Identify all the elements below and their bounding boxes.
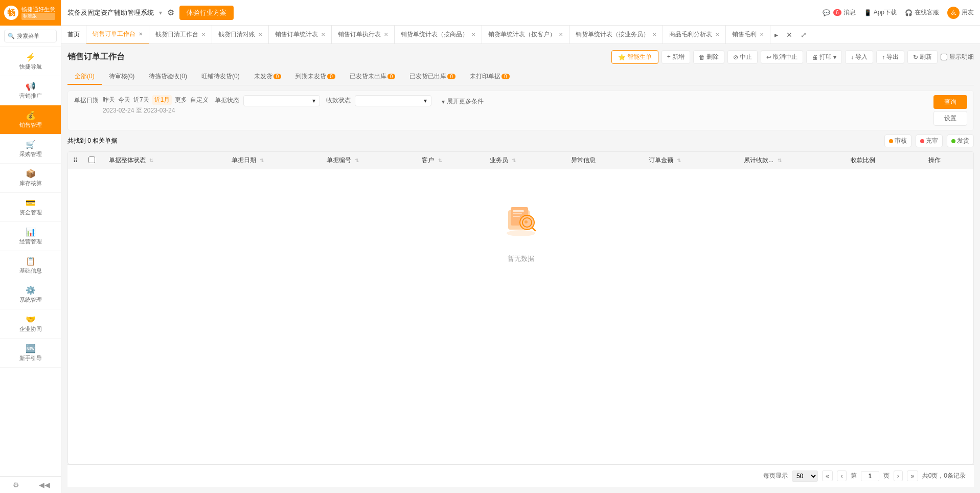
tab-sales-stats[interactable]: 销售订单统计表 ✕ [269, 26, 332, 44]
sidebar-item-inventory[interactable]: 📦 库存核算 [0, 164, 61, 193]
query-btn[interactable]: 查询 [933, 95, 967, 109]
user-menu-btn[interactable]: 友 用友 [947, 7, 974, 19]
tab-cash-daily[interactable]: 钱货日清工作台 ✕ [149, 26, 212, 44]
add-btn[interactable]: + 新增 [662, 50, 690, 64]
th-checkbox[interactable] [83, 152, 104, 169]
export-btn[interactable]: ↑ 导出 [876, 50, 904, 64]
page-input[interactable] [861, 471, 879, 481]
sidebar-item-base-info[interactable]: 📋 基础信息 [0, 251, 61, 280]
filter-tab-pending-check[interactable]: 待拣货验收(0) [142, 69, 194, 85]
filter-tab-all[interactable]: 全部(0) [67, 69, 102, 85]
th-staff[interactable]: 业务员 ⇅ [485, 152, 566, 169]
tab-sales-workbench[interactable]: 销售订单工作台 ✕ [86, 26, 149, 44]
first-page-btn[interactable]: « [822, 470, 833, 481]
tab-close-icon[interactable]: ✕ [321, 32, 325, 37]
sidebar-item-purchase[interactable]: 🛒 采购管理 [0, 135, 61, 164]
sidebar-item-sales[interactable]: 💰 销售管理 [0, 105, 61, 135]
sidebar-item-collab[interactable]: 🤝 企业协同 [0, 309, 61, 339]
filter-tab-wangpu[interactable]: 旺铺待发货(0) [194, 69, 247, 85]
tab-cash-reconcile[interactable]: 钱货日清对账 ✕ [212, 26, 269, 44]
app-download-btn[interactable]: 📱 App下载 [864, 8, 897, 17]
next-page-btn[interactable]: › [894, 470, 903, 481]
sidebar: 畅 畅捷通好生意 标准版 🔍 搜索菜单 ⚡ 快捷导航 📢 营销推广 💰 销售管理… [0, 0, 61, 493]
payment-select[interactable]: ▾ [355, 95, 431, 106]
online-service-btn[interactable]: 🎧 在线客服 [905, 8, 939, 17]
tab-nav-more-btn[interactable]: ▸ [770, 26, 782, 44]
sidebar-item-system[interactable]: ⚙️ 系统管理 [0, 280, 61, 309]
cancel-stop-btn[interactable]: ↩ 取消中止 [761, 50, 803, 64]
tab-sales-summary-customer[interactable]: 销货单统计表（按客户） ✕ [482, 26, 569, 44]
tab-sales-gross[interactable]: 销售毛利 ✕ [726, 26, 770, 44]
stop-btn[interactable]: ⊘ 中止 [727, 50, 758, 64]
settings-btn[interactable]: 设置 [933, 111, 967, 126]
tab-close-icon[interactable]: ✕ [258, 32, 262, 37]
cancel-icon: ↩ [766, 54, 771, 61]
sort-icon: ⇅ [149, 158, 153, 163]
per-page-select[interactable]: 10 20 50 100 [792, 470, 818, 482]
date-quick-custom[interactable]: 自定义 [190, 96, 209, 104]
select-all-checkbox[interactable] [88, 156, 95, 163]
refresh-btn[interactable]: ↻ 刷新 [907, 50, 938, 64]
last-page-btn[interactable]: » [907, 470, 918, 481]
status-select[interactable]: ▾ [243, 95, 320, 106]
tab-close-icon[interactable]: ✕ [652, 32, 656, 37]
tab-close-icon[interactable]: ✕ [559, 32, 563, 37]
header-gear-icon[interactable]: ⚙ [167, 8, 174, 17]
expand-filter-btn[interactable]: ▾ 展开更多条件 [438, 95, 488, 108]
tab-label: 销货单统计表（按业务员） [576, 30, 649, 39]
sidebar-item-quick-nav[interactable]: ⚡ 快捷导航 [0, 47, 61, 76]
date-quick-1month[interactable]: 近1月 [152, 95, 172, 105]
filter-tab-shipped-not-out[interactable]: 已发货未出库0 [343, 69, 403, 85]
tab-close-all-btn[interactable]: ✕ [782, 26, 796, 44]
review-action-btn[interactable]: 审核 [884, 135, 911, 147]
tab-sales-exec[interactable]: 销售订单执行表 ✕ [332, 26, 395, 44]
import-btn[interactable]: ↓ 导入 [845, 50, 873, 64]
sidebar-item-operations[interactable]: 📊 经营管理 [0, 222, 61, 251]
th-number[interactable]: 单据编号 ⇅ [322, 152, 417, 169]
tab-sales-summary-product[interactable]: 销货单统计表（按商品） ✕ [395, 26, 482, 44]
filter-tab-overdue[interactable]: 到期未发货0 [288, 69, 343, 85]
date-quick-yesterday[interactable]: 昨天 [103, 96, 115, 104]
tab-close-icon[interactable]: ✕ [715, 32, 719, 37]
collapse-btn[interactable]: ◀◀ [33, 481, 57, 489]
tab-close-icon[interactable]: ✕ [139, 31, 143, 37]
industry-btn[interactable]: 体验行业方案 [179, 6, 234, 20]
sidebar-item-guide[interactable]: 🆕 新手引导 [0, 339, 61, 368]
show-detail-checkbox[interactable] [941, 54, 947, 60]
smart-generate-btn[interactable]: ⭐ 智能生单 [611, 50, 658, 64]
tab-home[interactable]: 首页 [61, 26, 86, 44]
filter-tab-pending-review[interactable]: 待审核(0) [102, 69, 142, 85]
th-status[interactable]: 单据整体状态 ⇅ [104, 152, 226, 169]
filter-tab-not-printed[interactable]: 未打印单据0 [463, 69, 517, 85]
th-amount[interactable]: 订单金额 ⇅ [644, 152, 739, 169]
th-received[interactable]: 累计收款... ⇅ [739, 152, 846, 169]
filter-tab-shipped-out[interactable]: 已发货已出库0 [402, 69, 463, 85]
date-quick-more[interactable]: 更多 [175, 96, 187, 104]
th-date[interactable]: 单据日期 ⇅ [226, 152, 322, 169]
tab-gross-analysis[interactable]: 商品毛利分析表 ✕ [663, 26, 726, 44]
show-detail-label[interactable]: 显示明细 [941, 53, 974, 61]
message-btn[interactable]: 💬 6 消息 [823, 8, 856, 17]
sidebar-item-marketing[interactable]: 📢 营销推广 [0, 76, 61, 105]
sidebar-search-btn[interactable]: 🔍 搜索菜单 [4, 30, 57, 42]
tab-close-icon[interactable]: ✕ [384, 32, 388, 37]
tab-close-icon[interactable]: ✕ [471, 32, 475, 37]
cancel-action-btn[interactable]: 充审 [916, 135, 943, 147]
tab-close-icon[interactable]: ✕ [201, 32, 206, 37]
prev-page-btn[interactable]: ‹ [837, 470, 846, 481]
ship-action-btn[interactable]: 发货 [947, 135, 974, 147]
star-icon: ⭐ [618, 54, 626, 61]
th-customer[interactable]: 客户 ⇅ [417, 152, 485, 169]
sidebar-item-finance[interactable]: 💳 资金管理 [0, 193, 61, 222]
date-quick-today[interactable]: 今天 [118, 96, 130, 104]
tab-close-icon[interactable]: ✕ [760, 32, 764, 37]
print-btn[interactable]: 🖨 打印 ▾ [806, 50, 842, 64]
tab-fullscreen-btn[interactable]: ⤢ [796, 26, 811, 44]
operations-icon: 📊 [26, 227, 36, 237]
settings-icon-btn[interactable]: ⚙ [4, 481, 29, 489]
tab-sales-summary-staff[interactable]: 销货单统计表（按业务员） ✕ [569, 26, 663, 44]
date-quick-7days[interactable]: 近7天 [133, 96, 149, 104]
empty-text: 暂无数据 [508, 254, 534, 263]
filter-tab-not-shipped[interactable]: 未发货0 [247, 69, 289, 85]
delete-btn[interactable]: 🗑 删除 [693, 50, 724, 64]
